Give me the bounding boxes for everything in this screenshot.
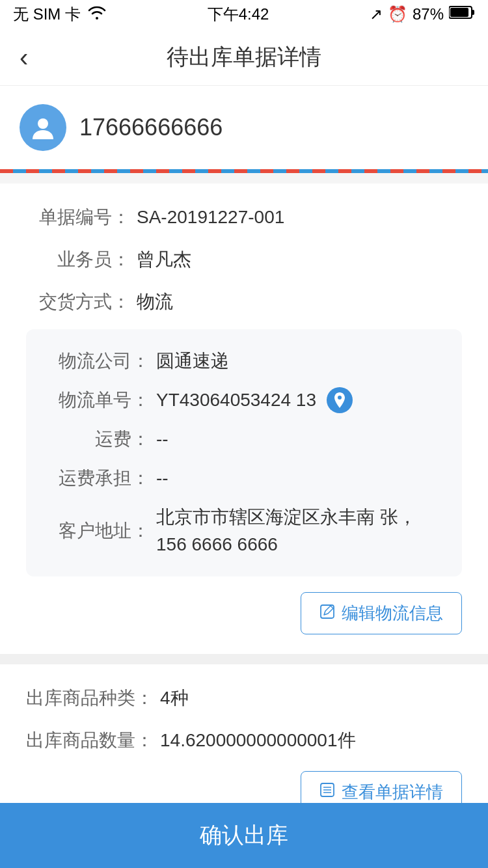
alarm-icon: ⏰ (388, 5, 407, 23)
time-display: 下午4:42 (208, 4, 269, 25)
logistics-tracking-row: 物流单号： YT43064053424 13 (46, 387, 442, 414)
color-border (0, 169, 488, 173)
tracking-value-wrap: YT43064053424 13 (150, 387, 353, 414)
edit-icon (319, 604, 335, 623)
goods-quantity-value: 14.620000000000001件 (160, 726, 462, 755)
customer-phone: 17666666666 (79, 114, 223, 141)
address-row: 客户地址： 北京市市辖区海淀区永丰南 张，156 6666 6666 (46, 504, 442, 558)
svg-rect-2 (450, 8, 468, 17)
delivery-label: 交货方式： (26, 288, 130, 317)
goods-type-label: 出库商品种类： (26, 684, 154, 713)
freight-bear-value: -- (156, 465, 442, 492)
battery-text: 87% (413, 5, 444, 23)
logistics-company-label: 物流公司： (46, 347, 150, 375)
freight-label: 运费： (46, 426, 150, 453)
nav-bar: ‹ 待出库单据详情 (0, 29, 488, 86)
goods-quantity-row: 出库商品数量： 14.620000000000001件 (26, 726, 462, 755)
status-right: ↗ ⏰ 87% (370, 5, 475, 23)
goods-quantity-label: 出库商品数量： (26, 726, 154, 755)
freight-row: 运费： -- (46, 426, 442, 453)
salesman-row: 业务员： 曾凡杰 (26, 245, 462, 275)
address-label: 客户地址： (46, 517, 150, 545)
order-no-value: SA-20191227-001 (137, 203, 462, 232)
logistics-company-value: 圆通速递 (156, 347, 442, 375)
location-icon[interactable] (327, 387, 353, 413)
order-no-row: 单据编号： SA-20191227-001 (26, 203, 462, 232)
wifi-icon (87, 5, 107, 23)
edit-btn-wrapper: 编辑物流信息 (26, 592, 462, 634)
logistics-card: 物流公司： 圆通速递 物流单号： YT43064053424 13 运费： --… (26, 329, 462, 576)
freight-bear-row: 运费承担： -- (46, 465, 442, 492)
goods-type-row: 出库商品种类： 4种 (26, 684, 462, 713)
confirm-bar[interactable]: 确认出库 (0, 803, 488, 868)
page-title: 待出库单据详情 (167, 42, 321, 72)
customer-header: 17666666666 (0, 86, 488, 169)
view-details-label: 查看单据详情 (342, 781, 443, 804)
confirm-label: 确认出库 (200, 821, 288, 850)
order-no-label: 单据编号： (26, 203, 130, 232)
logistics-tracking-label: 物流单号： (46, 387, 150, 414)
svg-rect-1 (472, 10, 474, 15)
salesman-value: 曾凡杰 (137, 245, 462, 275)
salesman-label: 业务员： (26, 245, 130, 275)
battery-icon (449, 5, 475, 23)
address-value: 北京市市辖区海淀区永丰南 张，156 6666 6666 (156, 504, 442, 558)
location-status-icon: ↗ (370, 5, 383, 23)
logistics-company-row: 物流公司： 圆通速递 (46, 347, 442, 375)
list-icon (319, 782, 335, 802)
svg-point-3 (38, 118, 48, 129)
delivery-row: 交货方式： 物流 (26, 288, 462, 317)
back-button[interactable]: ‹ (20, 44, 28, 70)
status-bar: 无 SIM 卡 下午4:42 ↗ ⏰ 87% (0, 0, 488, 29)
logistics-tracking-value: YT43064053424 13 (156, 387, 316, 414)
avatar (20, 104, 66, 151)
status-left: 无 SIM 卡 (13, 4, 107, 25)
carrier-text: 无 SIM 卡 (13, 4, 81, 25)
freight-bear-label: 运费承担： (46, 465, 150, 492)
edit-logistics-button[interactable]: 编辑物流信息 (301, 592, 462, 634)
goods-type-value: 4种 (160, 684, 462, 713)
delivery-value: 物流 (137, 288, 462, 317)
edit-logistics-label: 编辑物流信息 (342, 602, 443, 625)
order-info-section: 单据编号： SA-20191227-001 业务员： 曾凡杰 交货方式： 物流 … (0, 183, 488, 654)
freight-value: -- (156, 426, 442, 453)
section-divider (0, 654, 488, 664)
